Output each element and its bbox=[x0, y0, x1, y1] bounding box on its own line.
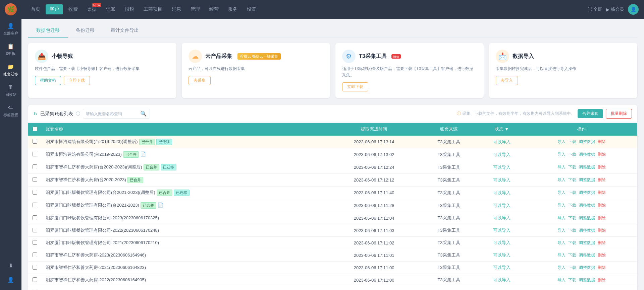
row-checkbox[interactable] bbox=[33, 177, 37, 182]
action-调整数据[interactable]: 调整数据 bbox=[578, 265, 596, 271]
action-调整数据[interactable]: 调整数据 bbox=[578, 177, 596, 183]
action-删除[interactable]: 删除 bbox=[596, 265, 607, 271]
action-下载[interactable]: 下载 bbox=[567, 215, 578, 221]
action-导入[interactable]: 导入 bbox=[556, 139, 567, 145]
row-checkbox[interactable] bbox=[33, 190, 37, 195]
download-now-button[interactable]: 立即下载 bbox=[64, 76, 90, 85]
action-下载[interactable]: 下载 bbox=[567, 265, 578, 271]
action-下载[interactable]: 下载 bbox=[567, 164, 578, 170]
action-调整数据[interactable]: 调整数据 bbox=[578, 203, 596, 208]
help-doc-button[interactable]: 帮助文档 bbox=[35, 76, 61, 85]
action-导入[interactable]: 导入 bbox=[556, 177, 567, 183]
action-导入[interactable]: 导入 bbox=[556, 240, 567, 246]
go-import-button[interactable]: 去导入 bbox=[496, 76, 518, 85]
action-下载[interactable]: 下载 bbox=[567, 252, 578, 258]
nav-tax[interactable]: 报税 bbox=[121, 4, 138, 14]
nav-fee[interactable]: 收费 bbox=[64, 4, 82, 14]
action-导入[interactable]: 导入 bbox=[556, 215, 567, 221]
action-导入[interactable]: 导入 bbox=[556, 265, 567, 271]
file-icon[interactable]: 📄 bbox=[140, 151, 146, 157]
refresh-icon[interactable]: ↻ bbox=[34, 111, 38, 117]
nav-message[interactable]: 消息 bbox=[168, 4, 185, 14]
action-下载[interactable]: 下载 bbox=[567, 152, 578, 157]
fullscreen-button[interactable]: ⛶ 全屏 bbox=[588, 6, 602, 12]
action-删除[interactable]: 删除 bbox=[596, 164, 607, 170]
action-导入[interactable]: 导入 bbox=[556, 190, 567, 196]
action-调整数据[interactable]: 调整数据 bbox=[578, 240, 596, 246]
col-status[interactable]: 状态 ▼ bbox=[478, 123, 526, 136]
action-下载[interactable]: 下载 bbox=[567, 277, 578, 283]
nav-service[interactable]: 服务 bbox=[224, 4, 241, 14]
nav-clients[interactable]: 客户 bbox=[46, 4, 63, 14]
nav-operation[interactable]: 经营 bbox=[205, 4, 223, 14]
user-avatar[interactable]: 👤 bbox=[628, 4, 639, 15]
action-调整数据[interactable]: 调整数据 bbox=[578, 215, 596, 221]
action-下载[interactable]: 下载 bbox=[567, 228, 578, 233]
row-checkbox[interactable] bbox=[33, 139, 37, 144]
action-导入[interactable]: 导入 bbox=[556, 252, 567, 258]
action-删除[interactable]: 删除 bbox=[596, 203, 607, 208]
action-删除[interactable]: 删除 bbox=[596, 228, 607, 233]
action-下载[interactable]: 下载 bbox=[567, 139, 578, 145]
sidebar-item-recycle[interactable]: 🗑 回收站 bbox=[0, 80, 21, 100]
tab-audit-export[interactable]: 审计文件导出 bbox=[103, 24, 147, 38]
t3-download-button[interactable]: 立即下载 bbox=[342, 82, 368, 91]
action-删除[interactable]: 删除 bbox=[596, 240, 607, 246]
action-删除[interactable]: 删除 bbox=[596, 177, 607, 183]
info-icon[interactable]: ⓘ bbox=[76, 111, 80, 117]
sidebar-item-all-clients[interactable]: 👤 全部客户 bbox=[0, 19, 21, 39]
action-下载[interactable]: 下载 bbox=[567, 177, 578, 183]
row-checkbox[interactable] bbox=[33, 228, 37, 232]
action-删除[interactable]: 删除 bbox=[596, 215, 607, 221]
app-logo[interactable]: 🌿 bbox=[0, 0, 21, 19]
action-调整数据[interactable]: 调整数据 bbox=[578, 164, 596, 170]
row-checkbox[interactable] bbox=[33, 277, 37, 282]
action-调整数据[interactable]: 调整数据 bbox=[578, 152, 596, 157]
batch-delete-button[interactable]: 批量删除 bbox=[606, 109, 632, 119]
action-删除[interactable]: 删除 bbox=[596, 277, 607, 283]
sidebar-item-zero-declare[interactable]: 📋 0申报 bbox=[0, 39, 21, 60]
row-checkbox[interactable] bbox=[33, 152, 37, 156]
action-导入[interactable]: 导入 bbox=[556, 164, 567, 170]
row-checkbox[interactable] bbox=[33, 203, 37, 207]
nav-business[interactable]: 工商项目 bbox=[140, 4, 166, 14]
action-下载[interactable]: 下载 bbox=[567, 190, 578, 196]
action-下载[interactable]: 下载 bbox=[567, 203, 578, 208]
action-删除[interactable]: 删除 bbox=[596, 152, 607, 157]
action-删除[interactable]: 删除 bbox=[596, 190, 607, 196]
member-button[interactable]: ▶ 畅会员 bbox=[606, 6, 624, 12]
action-下载[interactable]: 下载 bbox=[567, 240, 578, 246]
action-导入[interactable]: 导入 bbox=[556, 228, 567, 233]
action-删除[interactable]: 删除 bbox=[596, 139, 607, 145]
row-checkbox[interactable] bbox=[33, 164, 37, 169]
action-调整数据[interactable]: 调整数据 bbox=[578, 252, 596, 258]
go-collect-button[interactable]: 去采集 bbox=[189, 76, 211, 85]
row-checkbox[interactable] bbox=[33, 252, 37, 257]
sidebar-item-account-migrate[interactable]: 📁 账套迁移 bbox=[0, 60, 21, 80]
nav-settings[interactable]: 设置 bbox=[243, 4, 260, 14]
action-删除[interactable]: 删除 bbox=[596, 252, 607, 258]
search-icon[interactable]: 🔍 bbox=[140, 111, 147, 117]
merge-button[interactable]: 合并账套 bbox=[578, 109, 603, 118]
action-调整数据[interactable]: 调整数据 bbox=[578, 190, 596, 196]
file-icon[interactable]: 📄 bbox=[158, 202, 163, 208]
action-导入[interactable]: 导入 bbox=[556, 277, 567, 283]
nav-bookkeeping[interactable]: 记账 bbox=[102, 4, 119, 14]
action-调整数据[interactable]: 调整数据 bbox=[578, 228, 596, 233]
row-checkbox[interactable] bbox=[33, 215, 37, 220]
action-调整数据[interactable]: 调整数据 bbox=[578, 277, 596, 283]
sidebar-item-tag-settings[interactable]: 🏷 标签设置 bbox=[0, 100, 21, 121]
row-checkbox[interactable] bbox=[33, 265, 37, 270]
action-调整数据[interactable]: 调整数据 bbox=[578, 139, 596, 145]
row-checkbox[interactable] bbox=[33, 240, 37, 245]
tab-data-migrate[interactable]: 数据包迁移 bbox=[28, 24, 68, 38]
nav-manage[interactable]: 管理 bbox=[186, 4, 204, 14]
search-input[interactable] bbox=[86, 112, 139, 116]
action-导入[interactable]: 导入 bbox=[556, 152, 567, 157]
sidebar-item-profile[interactable]: 👤 bbox=[0, 273, 21, 287]
tab-backup-migrate[interactable]: 备份迁移 bbox=[68, 24, 103, 38]
sidebar-item-download[interactable]: ⬇ bbox=[0, 259, 21, 273]
action-导入[interactable]: 导入 bbox=[556, 203, 567, 208]
nav-invoice[interactable]: 票据 new bbox=[83, 4, 101, 14]
nav-home[interactable]: 首页 bbox=[27, 4, 44, 14]
